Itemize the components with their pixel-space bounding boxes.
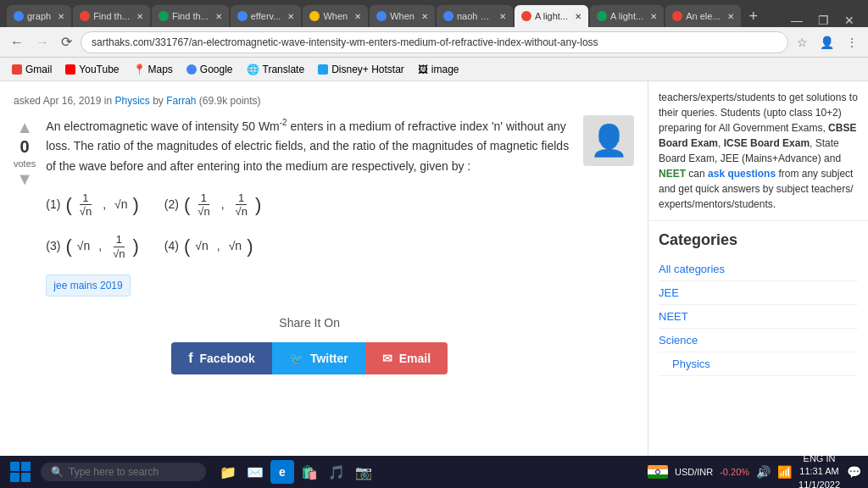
option-2: (2) ( 1 √n , 1 √n ) (164, 189, 261, 220)
currency-label: USD/INR (675, 467, 713, 477)
tab-find1[interactable]: Find th... ✕ (73, 5, 150, 27)
categories-section: Categories All categories JEE NEET Scien… (648, 221, 868, 386)
main-area: asked Apr 16, 2019 in Physics by Farrah … (0, 81, 868, 456)
category-science[interactable]: Science (659, 329, 858, 352)
tab-close-graph[interactable]: ✕ (58, 12, 64, 21)
option-4: (4) ( √n , √n ) (164, 230, 253, 262)
tab-close-when2[interactable]: ✕ (421, 12, 428, 21)
question-meta: asked Apr 16, 2019 in Physics by Farrah … (14, 95, 634, 107)
tab-close-efferv[interactable]: ✕ (287, 12, 294, 21)
vote-section: ▲ 0 votes ▼ (14, 119, 36, 187)
tab-close-anele[interactable]: ✕ (727, 12, 734, 21)
share-twitter-button[interactable]: 🐦 Twitter (272, 342, 365, 374)
bookmark-google[interactable]: Google (181, 62, 238, 77)
bookmark-disney[interactable]: Disney+ Hotstar (313, 62, 409, 77)
taskbar-apps: 📁 ✉️ e 🛍️ 🎵 📷 (216, 460, 376, 484)
taskbar-right: USD/INR -0.20% 🔊 📶 ENG IN 11:31 AM 11/1/… (648, 452, 861, 488)
user-avatar: 👤 (583, 115, 634, 166)
bookmark-gmail[interactable]: Gmail (7, 62, 57, 77)
tab-close-find1[interactable]: ✕ (136, 12, 143, 21)
share-facebook-button[interactable]: f Facebook (171, 342, 272, 374)
currency-change: -0.20% (720, 467, 749, 477)
bookmark-image[interactable]: 🖼 image (413, 62, 465, 77)
author-link[interactable]: Farrah (166, 95, 196, 107)
taskbar-search[interactable]: 🔍 (41, 463, 206, 481)
tab-close-alight1[interactable]: ✕ (575, 12, 581, 21)
taskbar-app-store[interactable]: 🛍️ (298, 460, 321, 484)
votes-label: votes (14, 158, 36, 169)
question-body: An electromagnetic wave of intensity 50 … (46, 115, 573, 374)
tab-close-find2[interactable]: ✕ (215, 12, 222, 21)
browser-tab-bar: graph ✕ Find th... ✕ Find th... ✕ efferv… (0, 0, 868, 27)
volume-icon[interactable]: 🔊 (756, 465, 771, 479)
address-bar-row: ← → ⟳ ☆ 👤 ⋮ (0, 27, 868, 58)
right-sidebar: teachers/experts/students to get solutio… (648, 81, 868, 456)
share-title: Share It On (46, 313, 573, 334)
categories-title: Categories (659, 231, 858, 249)
email-icon: ✉ (382, 352, 392, 365)
taskbar-app-edge[interactable]: e (270, 460, 294, 484)
bookmark-maps[interactable]: 📍 Maps (128, 62, 178, 77)
downvote-button[interactable]: ▼ (16, 170, 33, 187)
tab-alight1[interactable]: A light... ✕ (515, 5, 588, 27)
current-date: 11/1/2022 (798, 479, 840, 488)
lang-indicator: ENG IN (798, 452, 840, 465)
twitter-icon: 🐦 (289, 352, 303, 365)
tab-graph[interactable]: graph ✕ (7, 5, 71, 27)
address-input[interactable] (81, 31, 788, 53)
option-3: (3) ( √n , 1 √n ) (46, 230, 139, 262)
question-content: asked Apr 16, 2019 in Physics by Farrah … (0, 81, 648, 456)
category-physics[interactable]: Physics (659, 352, 858, 376)
search-input[interactable] (69, 466, 196, 478)
reload-button[interactable]: ⟳ (58, 32, 75, 52)
author-points: (69.9k points) (199, 95, 261, 107)
current-time: 11:31 AM (798, 465, 840, 478)
taskbar-time: ENG IN 11:31 AM 11/1/2022 (798, 452, 840, 488)
forward-button[interactable]: → (32, 33, 53, 52)
bookmark-translate[interactable]: 🌐 Translate (242, 62, 310, 77)
taskbar-app-photos[interactable]: 📷 (352, 460, 376, 484)
tab-when2[interactable]: When ✕ (370, 5, 435, 27)
taskbar-app-explorer[interactable]: 📁 (216, 460, 240, 484)
bookmark-youtube[interactable]: YouTube (60, 62, 124, 77)
india-flag (648, 465, 668, 479)
option-1: (1) ( 1 √n , √n ) (46, 189, 139, 220)
notification-icon[interactable]: 💬 (847, 465, 861, 479)
share-email-button[interactable]: ✉ Email (365, 342, 448, 374)
taskbar-app-mail[interactable]: ✉️ (243, 460, 267, 484)
upvote-button[interactable]: ▲ (16, 119, 33, 136)
tab-naoh[interactable]: naoh &... ✕ (437, 5, 513, 27)
bookmarks-bar: Gmail YouTube 📍 Maps Google 🌐 Translate … (0, 58, 868, 81)
window-restore[interactable]: ❐ (811, 14, 836, 27)
taskbar-app-spotify[interactable]: 🎵 (325, 460, 348, 484)
bookmark-icon[interactable]: ☆ (793, 32, 811, 53)
tab-alight2[interactable]: A light... ✕ (590, 5, 664, 27)
tab-find2[interactable]: Find th... ✕ (152, 5, 229, 27)
taskbar: 🔍 📁 ✉️ e 🛍️ 🎵 📷 USD/INR -0.20% 🔊 📶 ENG I… (0, 456, 868, 488)
category-neet[interactable]: NEET (659, 305, 858, 329)
facebook-icon: f (188, 351, 192, 366)
back-button[interactable]: ← (7, 33, 27, 52)
menu-icon[interactable]: ⋮ (843, 32, 861, 53)
tab-close-when1[interactable]: ✕ (354, 12, 361, 21)
window-close[interactable]: ✕ (837, 14, 861, 27)
network-icon[interactable]: 📶 (777, 465, 792, 479)
tab-add-button[interactable]: + (743, 8, 765, 25)
window-minimize[interactable]: — (784, 14, 810, 27)
subject-link[interactable]: Physics (114, 95, 149, 107)
vote-count: 0 (20, 137, 30, 157)
math-options: (1) ( 1 √n , √n ) (2) ( (46, 189, 573, 263)
asked-date: Apr 16, 2019 (43, 95, 102, 107)
tab-close-naoh[interactable]: ✕ (499, 12, 506, 21)
tab-close-alight2[interactable]: ✕ (650, 12, 657, 21)
category-jee[interactable]: JEE (659, 281, 858, 305)
question-tag[interactable]: jee mains 2019 (46, 274, 130, 297)
tab-when1[interactable]: When ✕ (303, 5, 368, 27)
category-all[interactable]: All categories (659, 258, 858, 281)
tab-efferv[interactable]: efferv... ✕ (231, 5, 302, 27)
tab-anele[interactable]: An ele... ✕ (665, 5, 740, 27)
sidebar-description: teachers/experts/students to get solutio… (648, 81, 868, 221)
profile-icon[interactable]: 👤 (816, 32, 837, 53)
start-button[interactable] (7, 458, 34, 485)
search-icon: 🔍 (51, 466, 64, 478)
